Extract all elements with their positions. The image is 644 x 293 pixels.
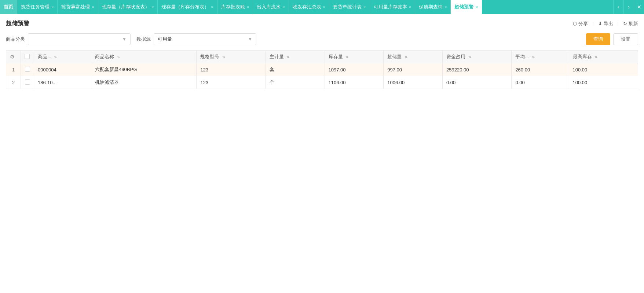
- sort-icon-overstock: ⇅: [405, 55, 407, 59]
- share-icon: ⬡: [573, 21, 577, 26]
- nav-tab-inout-flow-label: 出入库流水: [257, 4, 281, 10]
- nav-tab-order-stat-close[interactable]: ×: [363, 5, 366, 9]
- settings-button[interactable]: 设置: [613, 33, 638, 45]
- nav-arrow-close[interactable]: ✕: [634, 0, 644, 14]
- nav-tab-batch-account-close[interactable]: ×: [247, 5, 249, 9]
- nav-tab-quality-check-label: 保质期查询: [419, 4, 443, 10]
- header-checkbox[interactable]: [25, 54, 30, 59]
- category-select[interactable]: ▼: [28, 33, 131, 45]
- row-stock: 1106.00: [329, 80, 346, 85]
- row-max-stock: 100.00: [573, 67, 588, 73]
- nav-tab-tuo-task-close[interactable]: ×: [51, 5, 54, 9]
- nav-tab-tuo-exception[interactable]: 拣货异常处理 ×: [58, 0, 98, 14]
- th-capital[interactable]: 资金占用 ⇅: [443, 51, 512, 63]
- row-stock-cell: 1106.00: [325, 76, 384, 89]
- th-avg[interactable]: 平均... ⇅: [512, 51, 569, 63]
- row-spec-cell: 123: [197, 63, 266, 76]
- filter-actions: 查询 设置: [586, 33, 638, 45]
- refresh-icon: ↻: [623, 21, 627, 26]
- row-num-cell: 1: [6, 63, 21, 76]
- row-spec-cell: 123: [197, 76, 266, 89]
- row-product-code-cell: 0000004: [34, 63, 91, 76]
- sort-icon-spec: ⇅: [222, 55, 225, 59]
- th-spec[interactable]: 规格型号 ⇅: [197, 51, 266, 63]
- top-navigation: 首页 拣货任务管理 × 拣货异常处理 × 现存量（库存状况表） × 现存量（库存…: [0, 0, 644, 14]
- export-icon: ⬇: [598, 21, 602, 26]
- nav-tab-tuo-task[interactable]: 拣货任务管理 ×: [17, 0, 58, 14]
- row-product-code: 186-10...: [38, 80, 56, 85]
- nav-tab-home[interactable]: 首页: [0, 0, 17, 14]
- row-num-cell: 2: [6, 76, 21, 89]
- row-checkbox-cell: [21, 76, 34, 89]
- nav-tab-stock-status-close[interactable]: ×: [151, 5, 154, 9]
- th-max-stock[interactable]: 最高库存 ⇅: [569, 51, 638, 63]
- nav-arrow-right[interactable]: ›: [623, 0, 634, 14]
- nav-tab-avail-account[interactable]: 可用量库存账本 ×: [370, 0, 415, 14]
- nav-tab-stock-dist-close[interactable]: ×: [211, 5, 213, 9]
- nav-tab-recv-send[interactable]: 收发存汇总表 ×: [289, 0, 329, 14]
- nav-tab-avail-account-close[interactable]: ×: [409, 5, 411, 9]
- query-button[interactable]: 查询: [586, 33, 610, 45]
- nav-tab-tuo-exception-close[interactable]: ×: [92, 5, 94, 9]
- row-capital: 259220.00: [446, 67, 469, 73]
- row-overstock: 1006.00: [387, 80, 405, 85]
- row-avg-cell: 0.00: [512, 76, 569, 89]
- th-product-name[interactable]: 商品名称 ⇅: [91, 51, 197, 63]
- refresh-button[interactable]: ↻ 刷新: [623, 21, 638, 27]
- th-unit[interactable]: 主计量 ⇅: [266, 51, 325, 63]
- category-filter-label: 商品分类: [6, 36, 25, 42]
- nav-tab-recv-send-label: 收发存汇总表: [293, 4, 321, 10]
- row-unit: 个: [270, 79, 274, 85]
- nav-tab-order-stat-label: 要货单统计表: [333, 4, 362, 10]
- th-checkbox[interactable]: [21, 51, 34, 63]
- nav-tab-overstock-alert[interactable]: 超储预警 ×: [451, 0, 482, 14]
- nav-tab-stock-dist[interactable]: 现存量（库存分布表） ×: [158, 0, 217, 14]
- nav-tab-inout-flow-close[interactable]: ×: [282, 5, 285, 9]
- nav-tab-quality-check-close[interactable]: ×: [444, 5, 447, 9]
- row-number: 2: [10, 80, 17, 85]
- th-settings[interactable]: [6, 51, 21, 63]
- filter-item-category: 商品分类 ▼: [6, 33, 131, 45]
- th-overstock-label: 超储量: [387, 54, 402, 59]
- nav-tab-quality-check[interactable]: 保质期查询 ×: [415, 0, 451, 14]
- export-button[interactable]: ⬇ 导出: [598, 21, 613, 27]
- data-table: 商品... ⇅ 商品名称 ⇅ 规格型号 ⇅ 主计量 ⇅ 库存量 ⇅: [6, 50, 638, 89]
- nav-tab-overstock-alert-close[interactable]: ×: [475, 5, 477, 9]
- th-capital-label: 资金占用: [446, 54, 465, 59]
- nav-tab-stock-status[interactable]: 现存量（库存状况表） ×: [98, 0, 158, 14]
- table-row: 10000004六配套新昌490BPG123套1097.00997.002592…: [6, 63, 638, 76]
- nav-tab-batch-account[interactable]: 库存批次账 ×: [217, 0, 253, 14]
- main-content: 超储预警 ⬡ 分享 | ⬇ 导出 | ↻ 刷新 商品分类 ▼: [0, 14, 644, 293]
- category-select-arrow: ▼: [122, 37, 127, 42]
- nav-tab-tuo-exception-label: 拣货异常处理: [61, 4, 90, 10]
- th-product-code[interactable]: 商品... ⇅: [34, 51, 91, 63]
- row-max-stock-cell: 100.00: [569, 76, 638, 89]
- nav-tab-order-stat[interactable]: 要货单统计表 ×: [329, 0, 370, 14]
- th-avg-label: 平均...: [515, 54, 529, 59]
- row-product-code: 0000004: [38, 67, 56, 73]
- th-spec-label: 规格型号: [200, 54, 219, 59]
- refresh-label: 刷新: [629, 21, 638, 27]
- row-max-stock: 100.00: [573, 80, 588, 85]
- nav-arrow-left[interactable]: ‹: [613, 0, 623, 14]
- page-title: 超储预警: [6, 20, 29, 27]
- row-checkbox[interactable]: [25, 79, 30, 85]
- row-avg-cell: 260.00: [512, 63, 569, 76]
- share-button[interactable]: ⬡ 分享: [573, 21, 588, 27]
- th-overstock[interactable]: 超储量 ⇅: [384, 51, 443, 63]
- nav-tab-stock-dist-label: 现存量（库存分布表）: [161, 4, 209, 10]
- row-checkbox[interactable]: [25, 67, 30, 72]
- datasource-select[interactable]: 可用量 ▼: [154, 33, 256, 45]
- nav-tab-home-label: 首页: [4, 4, 13, 10]
- row-stock: 1097.00: [329, 67, 346, 73]
- nav-tab-recv-send-close[interactable]: ×: [323, 5, 325, 9]
- th-stock[interactable]: 库存量 ⇅: [325, 51, 384, 63]
- export-label: 导出: [604, 21, 613, 27]
- nav-tab-batch-account-label: 库存批次账: [221, 4, 245, 10]
- sort-icon-stock: ⇅: [345, 55, 348, 59]
- row-spec: 123: [200, 80, 208, 85]
- nav-tab-overstock-alert-label: 超储预警: [454, 4, 473, 10]
- nav-tab-inout-flow[interactable]: 出入库流水 ×: [253, 0, 289, 14]
- datasource-select-arrow: ▼: [248, 37, 252, 42]
- th-unit-label: 主计量: [270, 54, 284, 59]
